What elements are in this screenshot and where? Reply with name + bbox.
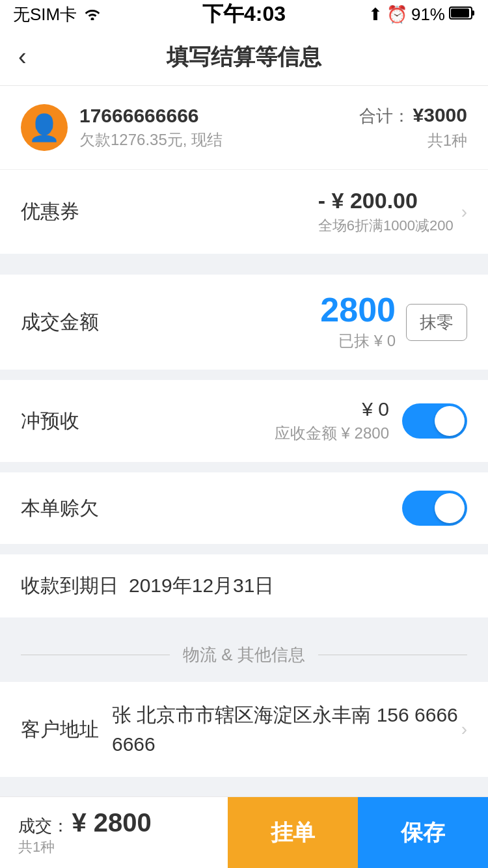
debt-row: 本单赊欠 (0, 472, 488, 544)
bottom-deal-amount: ¥ 2800 (72, 808, 151, 837)
svg-rect-1 (451, 8, 469, 18)
amount-sub: 已抹 ¥ 0 (320, 331, 396, 351)
amount-info: 2800 已抹 ¥ 0 (320, 293, 396, 351)
status-left: 无SIM卡 (13, 3, 103, 26)
divider-line-right (318, 655, 467, 655)
address-value: 张 北京市市辖区海淀区永丰南 156 6666 6666 (112, 700, 461, 759)
debt-toggle[interactable] (402, 491, 467, 526)
address-row[interactable]: 客户地址 张 北京市市辖区海淀区永丰南 156 6666 6666 › (0, 682, 488, 777)
bottom-deal-line: 成交： ¥ 2800 (18, 808, 210, 837)
round-zero-button[interactable]: 抹零 (406, 304, 467, 341)
logistics-divider: 物流 & 其他信息 (0, 628, 488, 682)
content: 👤 17666666666 欠款1276.35元, 现结 合计： ¥3000 共… (0, 86, 488, 868)
prepay-label: 冲预收 (21, 408, 79, 435)
customer-total: 合计： ¥3000 共1种 (359, 104, 467, 151)
address-chevron-icon: › (461, 719, 467, 740)
amount-row: 成交金额 2800 已抹 ¥ 0 抹零 (21, 275, 467, 370)
amount-value: 2800 (320, 293, 396, 327)
due-date-label: 收款到期日 (21, 573, 118, 599)
separator-4 (0, 544, 488, 554)
coupon-desc: 全场6折满1000减200 (318, 216, 454, 236)
avatar-icon: 👤 (28, 113, 61, 143)
total-label: 合计： (359, 106, 410, 126)
separator-5 (0, 617, 488, 628)
due-date-row: 收款到期日 2019年12月31日 (0, 554, 488, 617)
debt-toggle-knob (435, 493, 465, 523)
total-value: ¥3000 (413, 104, 467, 126)
nav-bar: ‹ 填写结算等信息 (0, 29, 488, 86)
chevron-right-icon: › (461, 202, 467, 223)
prepay-toggle[interactable] (402, 403, 467, 439)
coupon-label: 优惠券 (21, 198, 79, 225)
coupon-row[interactable]: 优惠券 - ¥ 200.00 全场6折满1000减200 › (0, 169, 488, 254)
save-button[interactable]: 保存 (358, 797, 488, 868)
toggle-knob (435, 406, 465, 436)
customer-card: 👤 17666666666 欠款1276.35元, 现结 合计： ¥3000 共… (0, 86, 488, 254)
total-count: 共1种 (359, 130, 467, 151)
amount-label: 成交金额 (21, 309, 99, 336)
sim-label: 无SIM卡 (13, 3, 77, 26)
prepay-sub: 应收金额 ¥ 2800 (275, 423, 389, 444)
amount-section: 成交金额 2800 已抹 ¥ 0 抹零 (0, 275, 488, 370)
alarm-icon: ⏰ (386, 5, 407, 25)
hang-button[interactable]: 挂单 (228, 797, 358, 868)
wifi-icon (82, 5, 103, 25)
bottom-summary: 成交： ¥ 2800 共1种 (0, 797, 228, 868)
status-time: 下午4:03 (202, 0, 286, 29)
due-date-value: 2019年12月31日 (129, 573, 274, 599)
separator-2 (0, 370, 488, 380)
customer-info: 17666666666 欠款1276.35元, 现结 (79, 105, 223, 150)
location-icon: ⬆ (368, 5, 383, 25)
prepay-row: 冲预收 ¥ 0 应收金额 ¥ 2800 (0, 380, 488, 462)
separator-3 (0, 462, 488, 472)
coupon-value: - ¥ 200.00 (318, 188, 454, 213)
customer-row: 👤 17666666666 欠款1276.35元, 现结 合计： ¥3000 共… (0, 86, 488, 169)
address-label: 客户地址 (21, 716, 99, 743)
prepay-values: ¥ 0 应收金额 ¥ 2800 (275, 398, 389, 444)
customer-left: 👤 17666666666 欠款1276.35元, 现结 (21, 104, 223, 151)
avatar: 👤 (21, 104, 68, 151)
back-button[interactable]: ‹ (18, 43, 27, 71)
prepay-amount: ¥ 0 (275, 398, 389, 420)
divider-line-left (21, 655, 170, 655)
prepay-right: ¥ 0 应收金额 ¥ 2800 (275, 398, 467, 444)
coupon-right: - ¥ 200.00 全场6折满1000减200 › (318, 188, 467, 236)
page-title: 填写结算等信息 (167, 42, 321, 72)
separator-1 (0, 264, 488, 275)
battery-label: 91% (411, 5, 445, 25)
status-right: ⬆ ⏰ 91% (368, 5, 475, 25)
battery-icon (449, 5, 475, 25)
customer-phone: 17666666666 (79, 105, 223, 127)
logistics-label: 物流 & 其他信息 (183, 644, 305, 666)
coupon-info: - ¥ 200.00 全场6折满1000减200 (318, 188, 454, 236)
amount-right: 2800 已抹 ¥ 0 抹零 (320, 293, 467, 351)
bottom-deal-label: 成交： (18, 816, 69, 835)
status-bar: 无SIM卡 下午4:03 ⬆ ⏰ 91% (0, 0, 488, 29)
bottom-deal-count: 共1种 (18, 837, 210, 857)
svg-rect-2 (472, 10, 474, 16)
customer-sub-info: 欠款1276.35元, 现结 (79, 129, 223, 150)
debt-label: 本单赊欠 (21, 495, 99, 522)
bottom-bar: 成交： ¥ 2800 共1种 挂单 保存 (0, 796, 488, 868)
total-line: 合计： ¥3000 (359, 104, 467, 128)
